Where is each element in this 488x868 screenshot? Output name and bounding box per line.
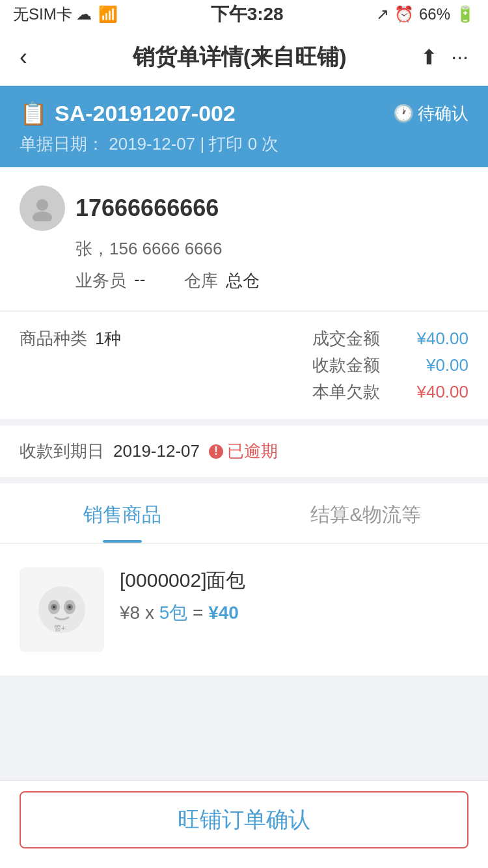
order-id-text: SA-20191207-002 (55, 101, 236, 126)
battery-label: 66% (419, 5, 450, 23)
deal-amount-row: 成交金额 ¥40.00 (302, 327, 468, 350)
product-multiply: x (145, 603, 159, 623)
page-title: 销货单详情(来自旺铺) (59, 42, 420, 72)
category-value: 1种 (95, 327, 121, 350)
tab-sales-goods[interactable]: 销售商品 (0, 483, 244, 543)
product-section: 管+ [0000002]面包 ¥8 x 5包 = ¥40 (0, 544, 488, 675)
print-info: | 打印 0 次 (200, 134, 278, 154)
svg-point-8 (68, 606, 71, 608)
received-label: 收款金额 (302, 354, 380, 377)
confirm-button[interactable]: 旺铺订单确认 (20, 791, 468, 848)
received-value: ¥0.00 (390, 355, 468, 375)
sim-label: 无SIM卡 ☁ (13, 4, 92, 25)
status-bar: 无SIM卡 ☁ 📶 下午3:28 ↗ ⏰ 66% 🔋 (0, 0, 488, 29)
product-price-unit: ¥8 (120, 603, 140, 623)
overdue-icon: ! (209, 444, 223, 459)
tabs-section: 销售商品 结算&物流等 (0, 477, 488, 675)
product-total: ¥40 (208, 603, 239, 623)
order-icon: 📋 (20, 100, 47, 126)
time-display: 下午3:28 (211, 2, 284, 27)
product-price-row: ¥8 x 5包 = ¥40 (120, 601, 468, 625)
tab-settlement[interactable]: 结算&物流等 (244, 483, 488, 543)
status-right: ↗ ⏰ 66% 🔋 (376, 5, 475, 23)
order-date-row: 单据日期： 2019-12-07 | 打印 0 次 (20, 133, 468, 156)
product-image-placeholder: 管+ (20, 567, 104, 652)
owed-label: 本单欠款 (302, 381, 380, 403)
warehouse-item: 仓库 总仓 (184, 269, 260, 292)
date-label: 单据日期： (20, 134, 104, 154)
date-value: 2019-12-07 (109, 134, 195, 154)
product-image: 管+ (20, 567, 104, 652)
deal-amount-label: 成交金额 (302, 327, 380, 350)
location-icon: ↗ (376, 5, 389, 23)
order-id-row: 📋 SA-20191207-002 (20, 100, 236, 126)
product-equals: = (193, 603, 208, 623)
product-info: [0000002]面包 ¥8 x 5包 = ¥40 (120, 567, 468, 652)
category-label: 商品种类 (20, 327, 87, 350)
nav-bar: ‹ 销货单详情(来自旺铺) ⬆ ··· (0, 29, 488, 86)
product-quantity: 5包 (159, 603, 188, 623)
salesperson-value: -- (134, 269, 145, 292)
owed-value: ¥40.00 (390, 382, 468, 402)
nav-actions: ⬆ ··· (420, 45, 468, 70)
bottom-bar: 旺铺订单确认 (0, 780, 488, 868)
alarm-icon: ⏰ (394, 5, 414, 23)
share-icon[interactable]: ⬆ (420, 45, 438, 70)
warehouse-value: 总仓 (226, 269, 260, 292)
battery-icon: 🔋 (455, 5, 475, 23)
more-icon[interactable]: ··· (451, 45, 468, 69)
order-banner: 📋 SA-20191207-002 🕐 待确认 单据日期： 2019-12-07… (0, 86, 488, 167)
deal-amount-value: ¥40.00 (390, 329, 468, 349)
product-code: [0000002] (120, 569, 206, 591)
due-date-value: 2019-12-07 (113, 441, 200, 461)
warehouse-label: 仓库 (184, 269, 218, 292)
product-name: [0000002]面包 (120, 567, 468, 594)
category-info: 商品种类 1种 (20, 327, 121, 350)
svg-point-1 (33, 211, 52, 221)
due-date-label: 收款到期日 (20, 440, 104, 463)
product-name-text: 面包 (206, 569, 245, 591)
product-item: 管+ [0000002]面包 ¥8 x 5包 = ¥40 (20, 557, 468, 662)
svg-point-7 (53, 606, 55, 608)
back-button[interactable]: ‹ (20, 44, 59, 71)
tabs-row: 销售商品 结算&物流等 (0, 483, 488, 544)
status-text: 待确认 (418, 102, 468, 125)
customer-name: 张，156 6666 6666 (75, 237, 468, 260)
tab-sales-goods-label: 销售商品 (83, 504, 161, 525)
owed-row: 本单欠款 ¥40.00 (302, 381, 468, 403)
wifi-icon: 📶 (98, 5, 118, 23)
svg-point-0 (36, 199, 48, 211)
avatar (20, 185, 65, 231)
salesperson-label: 业务员 (75, 269, 126, 292)
overdue-badge: ! 已逾期 (209, 440, 278, 463)
clock-icon: 🕐 (393, 103, 414, 124)
status-left: 无SIM卡 ☁ 📶 (13, 4, 118, 25)
tab-settlement-label: 结算&物流等 (310, 504, 421, 525)
amounts-right: 成交金额 ¥40.00 收款金额 ¥0.00 本单欠款 ¥40.00 (302, 327, 468, 403)
salesperson-item: 业务员 -- (75, 269, 145, 292)
customer-phone: 17666666666 (75, 195, 219, 222)
received-row: 收款金额 ¥0.00 (302, 354, 468, 377)
order-status: 🕐 待确认 (393, 102, 468, 125)
customer-meta: 业务员 -- 仓库 总仓 (75, 269, 468, 292)
confirm-button-label: 旺铺订单确认 (178, 805, 310, 835)
customer-section: 17666666666 张，156 6666 6666 业务员 -- 仓库 总仓 (0, 167, 488, 311)
due-date-section: 收款到期日 2019-12-07 ! 已逾期 (0, 419, 488, 477)
overdue-text: 已逾期 (227, 440, 278, 463)
svg-text:管+: 管+ (54, 624, 65, 632)
amount-section: 商品种类 1种 成交金额 ¥40.00 收款金额 ¥0.00 本单欠款 ¥40.… (0, 311, 488, 419)
